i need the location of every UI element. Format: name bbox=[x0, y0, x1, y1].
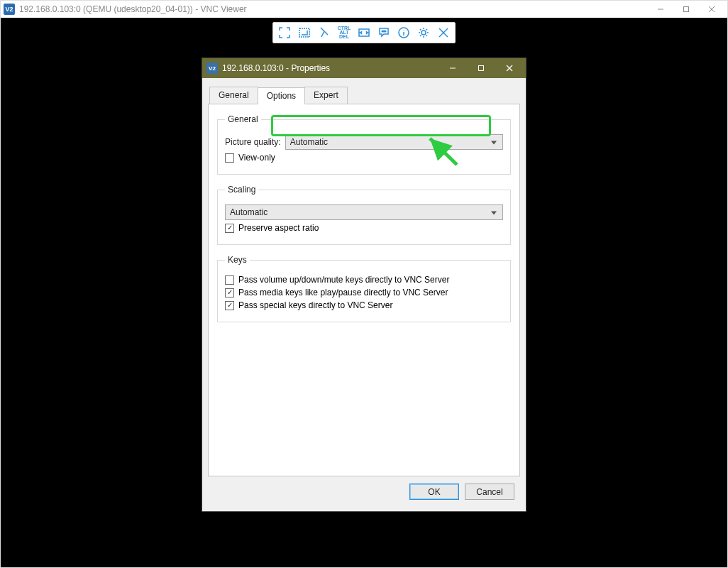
dialog-titlebar[interactable]: V2 192.168.0.103:0 - Properties bbox=[202, 58, 526, 78]
remote-viewport[interactable]: CTRLALTDEL V2 192.168.0.103:0 - Propert bbox=[1, 18, 727, 567]
dialog-body: General Options Expert General Picture q… bbox=[202, 78, 526, 511]
minimize-icon bbox=[657, 6, 664, 13]
group-general-legend: General bbox=[225, 114, 261, 124]
pass-special-checkbox[interactable]: ✓ Pass special keys directly to VNC Serv… bbox=[225, 300, 503, 310]
cancel-button[interactable]: Cancel bbox=[465, 484, 514, 500]
svg-point-8 bbox=[385, 31, 386, 32]
maximize-icon bbox=[478, 65, 485, 72]
settings-icon[interactable] bbox=[417, 26, 431, 40]
svg-rect-1 bbox=[684, 7, 689, 12]
transfer-files-icon[interactable] bbox=[357, 26, 371, 40]
svg-rect-16 bbox=[479, 66, 484, 71]
tab-options[interactable]: Options bbox=[258, 87, 305, 104]
maximize-icon bbox=[683, 6, 690, 13]
vnc-viewer-window: V2 192.168.0.103:0 (QEMU (udesktop20_04-… bbox=[0, 0, 728, 568]
picture-quality-label: Picture quality: bbox=[225, 137, 281, 147]
outer-titlebar: V2 192.168.0.103:0 (QEMU (udesktop20_04-… bbox=[1, 1, 727, 18]
preserve-aspect-checkbox[interactable]: ✓ Preserve aspect ratio bbox=[225, 223, 503, 233]
dialog-button-bar: OK Cancel bbox=[206, 479, 522, 507]
svg-rect-4 bbox=[299, 28, 309, 37]
scaling-value: Automatic bbox=[230, 207, 268, 217]
vnc-app-icon: V2 bbox=[4, 4, 15, 15]
group-keys: Keys Pass volume up/down/mute keys direc… bbox=[217, 255, 511, 322]
pass-volume-label: Pass volume up/down/mute keys directly t… bbox=[238, 275, 449, 285]
dialog-close-button[interactable] bbox=[497, 60, 522, 76]
view-only-label: View-only bbox=[238, 153, 275, 163]
pass-media-label: Pass media keys like play/pause directly… bbox=[238, 288, 448, 297]
minimize-icon bbox=[449, 65, 456, 72]
pin-icon[interactable] bbox=[317, 26, 331, 40]
ok-button[interactable]: OK bbox=[409, 484, 459, 500]
picture-quality-value: Automatic bbox=[290, 137, 328, 147]
dialog-app-icon: V2 bbox=[206, 62, 218, 74]
dialog-maximize-button[interactable] bbox=[469, 60, 493, 76]
fullscreen-icon[interactable] bbox=[277, 26, 292, 40]
options-panel: General Picture quality: Automatic View-… bbox=[208, 104, 520, 476]
view-only-checkbox[interactable]: View-only bbox=[225, 153, 503, 163]
checkbox-icon bbox=[225, 275, 234, 285]
dialog-title: 192.168.0.103:0 - Properties bbox=[222, 63, 330, 73]
pass-media-checkbox[interactable]: ✓ Pass media keys like play/pause direct… bbox=[225, 288, 503, 297]
outer-window-title: 192.168.0.103:0 (QEMU (udesktop20_04-01)… bbox=[19, 4, 247, 14]
pass-volume-checkbox[interactable]: Pass volume up/down/mute keys directly t… bbox=[225, 275, 503, 285]
tab-general[interactable]: General bbox=[209, 87, 258, 104]
info-icon[interactable] bbox=[397, 26, 411, 40]
outer-window-controls bbox=[648, 2, 724, 16]
vnc-toolbar: CTRLALTDEL bbox=[272, 22, 456, 43]
dialog-minimize-button[interactable] bbox=[441, 60, 465, 76]
tab-expert[interactable]: Expert bbox=[304, 87, 348, 104]
svg-point-12 bbox=[421, 31, 426, 35]
close-icon bbox=[708, 6, 715, 13]
scaling-combo[interactable]: Automatic bbox=[225, 204, 503, 220]
preserve-aspect-label: Preserve aspect ratio bbox=[238, 223, 319, 233]
maximize-button[interactable] bbox=[673, 2, 699, 16]
close-button[interactable] bbox=[699, 2, 724, 16]
checkbox-icon bbox=[225, 153, 234, 163]
close-icon bbox=[506, 65, 513, 72]
checkbox-icon: ✓ bbox=[225, 301, 234, 310]
pass-special-label: Pass special keys directly to VNC Server bbox=[238, 300, 392, 310]
checkbox-icon: ✓ bbox=[225, 288, 234, 297]
close-session-icon[interactable] bbox=[436, 26, 451, 40]
group-keys-legend: Keys bbox=[225, 255, 250, 265]
group-general: General Picture quality: Automatic View-… bbox=[217, 114, 511, 175]
fit-window-icon[interactable] bbox=[297, 26, 311, 40]
minimize-button[interactable] bbox=[648, 2, 673, 16]
checkbox-icon: ✓ bbox=[225, 224, 234, 233]
group-scaling-legend: Scaling bbox=[225, 185, 258, 195]
tab-strip: General Options Expert bbox=[209, 87, 522, 104]
group-scaling: Scaling Automatic ✓ Preserve aspect rati… bbox=[217, 185, 511, 245]
ctrl-alt-del-icon[interactable]: CTRLALTDEL bbox=[337, 26, 351, 40]
properties-dialog: V2 192.168.0.103:0 - Properties General … bbox=[202, 58, 526, 512]
picture-quality-combo[interactable]: Automatic bbox=[285, 134, 503, 150]
chat-icon[interactable] bbox=[377, 26, 391, 40]
